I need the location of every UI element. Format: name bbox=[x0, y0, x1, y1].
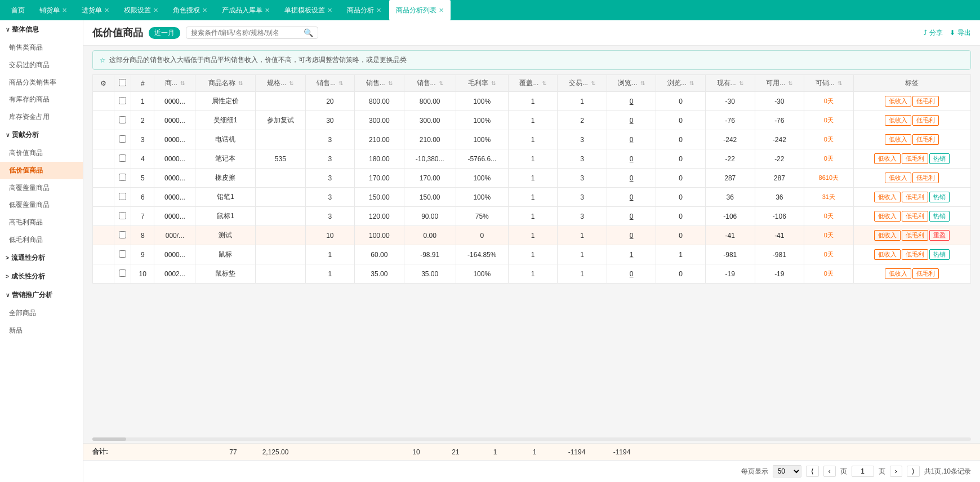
row-view1[interactable]: 0 bbox=[607, 169, 656, 188]
row-checkbox[interactable] bbox=[114, 169, 131, 188]
col-days[interactable]: 可销... ⇅ bbox=[804, 75, 854, 92]
nav-permission[interactable]: 权限设置 ✕ bbox=[117, 0, 165, 20]
col-name[interactable]: 商品名称 ⇅ bbox=[195, 75, 256, 92]
sidebar-item-stock-capital[interactable]: 库存资金占用 bbox=[0, 108, 83, 126]
row-select-checkbox[interactable] bbox=[119, 250, 126, 258]
row-select-checkbox[interactable] bbox=[119, 231, 126, 238]
scroll-track[interactable] bbox=[92, 437, 971, 441]
row-view1[interactable]: 0 bbox=[607, 226, 656, 245]
search-box: 🔍 bbox=[186, 26, 318, 39]
row-code: 0000... bbox=[154, 149, 195, 169]
col-spec[interactable]: 规格... ⇅ bbox=[256, 75, 305, 92]
row-view1[interactable]: 0 bbox=[607, 92, 656, 111]
row-checkbox[interactable] bbox=[114, 92, 131, 111]
row-checkbox[interactable] bbox=[114, 130, 131, 149]
col-trade[interactable]: 交易... ⇅ bbox=[558, 75, 607, 92]
row-checkbox[interactable] bbox=[114, 245, 131, 264]
sidebar-section-contribution[interactable]: ∨ 贡献分析 bbox=[0, 126, 83, 144]
nav-close-permission[interactable]: ✕ bbox=[153, 7, 158, 14]
row-select-checkbox[interactable] bbox=[119, 174, 126, 181]
prev-page-button[interactable]: ‹ bbox=[823, 466, 836, 477]
row-checkbox[interactable] bbox=[114, 207, 131, 226]
col-view2[interactable]: 浏览... ⇅ bbox=[656, 75, 706, 92]
row-view1[interactable]: 0 bbox=[607, 207, 656, 226]
col-view1[interactable]: 浏览... ⇅ bbox=[607, 75, 656, 92]
row-checkbox[interactable] bbox=[114, 111, 131, 130]
row-select-checkbox[interactable] bbox=[119, 116, 126, 123]
row-checkbox[interactable] bbox=[114, 149, 131, 169]
sidebar-item-category-rate[interactable]: 商品分类销售率 bbox=[0, 74, 83, 91]
row-select-checkbox[interactable] bbox=[119, 212, 126, 219]
sidebar-item-low-coverage[interactable]: 低覆盖量商品 bbox=[0, 196, 83, 214]
sidebar-section-growth[interactable]: > 成长性分析 bbox=[0, 267, 83, 286]
last-page-button[interactable]: ⟩ bbox=[907, 466, 920, 477]
row-select-checkbox[interactable] bbox=[119, 269, 126, 277]
nav-role[interactable]: 角色授权 ✕ bbox=[166, 0, 214, 20]
row-view1[interactable]: 0 bbox=[607, 264, 656, 284]
scroll-thumb[interactable] bbox=[92, 437, 126, 441]
sidebar-section-flow[interactable]: > 流通性分析 bbox=[0, 249, 83, 267]
col-stock2[interactable]: 可用... ⇅ bbox=[755, 75, 804, 92]
nav-purchase[interactable]: 进货单 ✕ bbox=[75, 0, 116, 20]
nav-close-purchase[interactable]: ✕ bbox=[104, 7, 109, 14]
nav-close-list[interactable]: ✕ bbox=[439, 7, 444, 14]
sidebar-item-new-products[interactable]: 新品 bbox=[0, 322, 83, 339]
share-button[interactable]: ⤴ 分享 bbox=[924, 28, 943, 38]
nav-close-sales[interactable]: ✕ bbox=[62, 7, 67, 14]
sidebar-item-high-value[interactable]: 高价值商品 bbox=[0, 144, 83, 162]
row-select-checkbox[interactable] bbox=[119, 97, 126, 104]
per-page-select[interactable]: 50 100 bbox=[773, 465, 801, 477]
row-select-checkbox[interactable] bbox=[119, 154, 126, 162]
sidebar-item-low-margin[interactable]: 低毛利商品 bbox=[0, 231, 83, 249]
tag: 重盈 bbox=[929, 230, 950, 241]
col-checkbox[interactable] bbox=[114, 75, 131, 92]
sidebar-item-stock-products[interactable]: 有库存的商品 bbox=[0, 91, 83, 108]
nav-sales[interactable]: 销货单 ✕ bbox=[33, 0, 74, 20]
col-sale2[interactable]: 销售... ⇅ bbox=[355, 75, 404, 92]
page-input[interactable] bbox=[852, 466, 874, 477]
row-view1[interactable]: 0 bbox=[607, 188, 656, 207]
filter-tag-month[interactable]: 近一月 bbox=[149, 27, 180, 39]
col-gear[interactable]: ⚙ bbox=[93, 75, 114, 92]
sidebar-section-marketing[interactable]: ∨ 营销推广分析 bbox=[0, 286, 83, 304]
row-checkbox[interactable] bbox=[114, 264, 131, 284]
col-stock1[interactable]: 现有... ⇅ bbox=[705, 75, 755, 92]
nav-stock-in[interactable]: 产成品入库单 ✕ bbox=[215, 0, 277, 20]
row-view1[interactable]: 1 bbox=[607, 245, 656, 264]
row-select-checkbox[interactable] bbox=[119, 135, 126, 143]
row-view1[interactable]: 0 bbox=[607, 111, 656, 130]
sidebar-item-sales-products[interactable]: 销售类商品 bbox=[0, 39, 83, 56]
export-button[interactable]: ⬇ 导出 bbox=[950, 28, 971, 38]
row-checkbox[interactable] bbox=[114, 188, 131, 207]
row-view1[interactable]: 0 bbox=[607, 130, 656, 149]
first-page-button[interactable]: ⟨ bbox=[806, 466, 819, 477]
nav-analysis-list[interactable]: 商品分析列表 ✕ bbox=[389, 0, 451, 20]
sidebar-item-high-margin[interactable]: 高毛利商品 bbox=[0, 214, 83, 231]
sidebar-item-low-value[interactable]: 低价值商品 bbox=[0, 162, 83, 179]
row-tags: 低收入低毛利热销 bbox=[853, 245, 970, 264]
search-icon[interactable]: 🔍 bbox=[304, 28, 313, 37]
col-gross[interactable]: 毛利率 ⇅ bbox=[456, 75, 508, 92]
nav-template[interactable]: 单据模板设置 ✕ bbox=[278, 0, 339, 20]
row-view1[interactable]: 0 bbox=[607, 149, 656, 169]
nav-close-analysis[interactable]: ✕ bbox=[376, 7, 381, 14]
row-checkbox[interactable] bbox=[114, 226, 131, 245]
sidebar-section-overall[interactable]: ∨ 整体信息 bbox=[0, 20, 83, 39]
col-cover[interactable]: 覆盖... ⇅ bbox=[508, 75, 558, 92]
nav-close-stock[interactable]: ✕ bbox=[265, 7, 270, 14]
col-sale3[interactable]: 销售... ⇅ bbox=[404, 75, 456, 92]
nav-close-role[interactable]: ✕ bbox=[202, 7, 207, 14]
sidebar-item-high-coverage[interactable]: 高覆盖量商品 bbox=[0, 179, 83, 197]
nav-product-analysis[interactable]: 商品分析 ✕ bbox=[340, 0, 388, 20]
nav-close-template[interactable]: ✕ bbox=[327, 7, 332, 14]
col-sale1[interactable]: 销售... ⇅ bbox=[305, 75, 355, 92]
nav-home[interactable]: 首页 bbox=[5, 0, 32, 20]
col-code[interactable]: 商... ⇅ bbox=[154, 75, 195, 92]
row-select-checkbox[interactable] bbox=[119, 193, 126, 200]
row-cover: 1 bbox=[508, 149, 558, 169]
sidebar-item-traded-products[interactable]: 交易过的商品 bbox=[0, 56, 83, 74]
search-input[interactable] bbox=[191, 29, 304, 37]
sidebar-item-all-products[interactable]: 全部商品 bbox=[0, 304, 83, 322]
next-page-button[interactable]: › bbox=[890, 466, 902, 477]
select-all-checkbox[interactable] bbox=[119, 79, 126, 86]
